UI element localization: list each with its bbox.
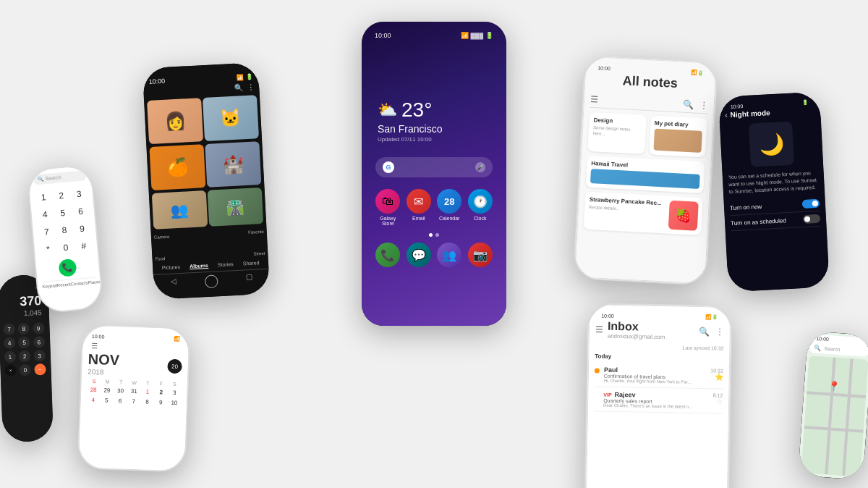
dial-key-9[interactable]: 9 bbox=[74, 221, 90, 237]
dial-tab-recent[interactable]: Recent bbox=[57, 282, 71, 288]
notes-menu-icon[interactable]: ☰ bbox=[590, 94, 599, 105]
dial-key-5[interactable]: 5 bbox=[55, 205, 71, 221]
gallery-cell-cat[interactable]: 🐱 bbox=[203, 95, 259, 141]
cal-day-4[interactable]: 4 bbox=[87, 395, 100, 405]
cal-day-28[interactable]: 28 bbox=[87, 385, 100, 395]
gallery-recent-icon[interactable]: ▢ bbox=[245, 273, 252, 286]
note-card-strawberry[interactable]: Strawberry Pancake Rec... Recipe details… bbox=[584, 192, 703, 235]
calc-btn-div[interactable]: ÷ bbox=[34, 363, 46, 376]
cal-day-9[interactable]: 9 bbox=[154, 397, 167, 408]
gallery-search-icon[interactable]: 🔍 bbox=[234, 83, 244, 92]
gallery-tab-stories[interactable]: Stories bbox=[218, 261, 234, 268]
calc-btn-4[interactable]: 4 bbox=[4, 337, 16, 349]
email-star-paul[interactable]: ⭐ bbox=[710, 373, 723, 381]
app-social[interactable]: 👥 bbox=[437, 243, 462, 267]
cal-day-8[interactable]: 8 bbox=[140, 397, 153, 407]
calc-btn-5[interactable]: 5 bbox=[18, 337, 30, 349]
gallery-more-icon[interactable]: ⋮ bbox=[247, 83, 255, 91]
notes-search-icon[interactable]: 🔍 bbox=[682, 99, 694, 110]
calc-btn-8[interactable]: 8 bbox=[18, 323, 30, 335]
dial-key-4[interactable]: 4 bbox=[37, 206, 53, 222]
dial-tab-contacts[interactable]: Contacts bbox=[71, 281, 88, 287]
gallery-tab-albums[interactable]: Albums bbox=[190, 263, 208, 269]
note-title-design: Design bbox=[593, 117, 642, 125]
calc-btn-1[interactable]: 1 bbox=[4, 350, 17, 363]
calendar-time: 10:00 bbox=[92, 333, 105, 339]
gallery-home-icon[interactable] bbox=[204, 274, 218, 288]
dial-key-6[interactable]: 6 bbox=[72, 203, 88, 219]
email-time: 10:00 bbox=[601, 313, 614, 318]
app-messages[interactable]: 💬 bbox=[407, 243, 432, 267]
calc-btn-9[interactable]: 9 bbox=[33, 322, 45, 335]
dial-search[interactable]: 🔍 Search bbox=[33, 170, 87, 185]
dial-key-hash[interactable]: # bbox=[75, 238, 91, 254]
gallery-cell-castle[interactable]: 🏰 bbox=[205, 141, 261, 188]
cal-day-1[interactable]: 1 bbox=[141, 387, 154, 397]
cal-day-5[interactable]: 5 bbox=[100, 395, 113, 405]
toggle-turn-on-now[interactable] bbox=[802, 199, 820, 209]
app-grid-row1: 🛍 Galaxy Store ✉ Email 28 Calendar 🕐 Clo… bbox=[375, 189, 493, 226]
gallery-cell-road[interactable]: 🛣️ bbox=[208, 188, 264, 227]
dial-key-star[interactable]: * bbox=[40, 241, 56, 257]
galaxy-store-icon: 🛍 bbox=[375, 189, 400, 214]
email-star-rajeev[interactable]: ☆ bbox=[712, 397, 723, 405]
galaxy-store-label: Galaxy Store bbox=[375, 216, 401, 226]
weather-city: San Francisco bbox=[378, 123, 490, 135]
note-card-design[interactable]: Design Some design notes here... bbox=[587, 112, 646, 154]
dial-key-2[interactable]: 2 bbox=[54, 188, 69, 203]
cal-day-10[interactable]: 10 bbox=[168, 398, 181, 408]
search-bar[interactable]: G 🎤 bbox=[375, 157, 493, 177]
gallery-cell-portrait[interactable]: 👩 bbox=[147, 98, 203, 144]
dial-tab-keypad[interactable]: Keypad bbox=[42, 283, 57, 289]
dial-key-8[interactable]: 8 bbox=[56, 222, 72, 238]
dial-key-0[interactable]: 0 bbox=[58, 240, 74, 256]
email-more-icon[interactable]: ⋮ bbox=[715, 327, 724, 337]
phone-dial: 🔍 Search 1 2 3 4 5 6 7 8 9 * 0 # 📞 Keypa… bbox=[26, 164, 103, 314]
night-mode-title: Night mode bbox=[730, 109, 770, 119]
calc-btn-2[interactable]: 2 bbox=[19, 350, 31, 363]
app-camera[interactable]: 📷 bbox=[468, 243, 493, 267]
email-menu-icon[interactable]: ☰ bbox=[595, 324, 603, 335]
calendar-menu-icon[interactable]: ☰ bbox=[91, 342, 98, 350]
email-search-icon[interactable]: 🔍 bbox=[699, 326, 710, 336]
calc-btn-6[interactable]: 6 bbox=[33, 336, 46, 348]
cal-day-7[interactable]: 7 bbox=[127, 397, 140, 407]
calc-btn-7[interactable]: 7 bbox=[3, 323, 15, 335]
app-email[interactable]: ✉ Email bbox=[407, 189, 432, 226]
gallery-tab-pictures[interactable]: Pictures bbox=[162, 264, 181, 271]
dial-tab-places[interactable]: Places bbox=[88, 279, 101, 285]
cal-day-header-s2: S bbox=[168, 382, 182, 387]
gallery-back-icon[interactable]: ◁ bbox=[170, 277, 176, 290]
app-calendar[interactable]: 28 Calendar bbox=[437, 189, 462, 226]
cal-day-29[interactable]: 29 bbox=[101, 385, 114, 395]
note-card-hawaii[interactable]: Hawaii Travel bbox=[586, 156, 705, 193]
calc-btn-3[interactable]: 3 bbox=[33, 350, 46, 362]
night-back-icon[interactable]: ‹ bbox=[725, 111, 728, 119]
gallery-label-street: Street bbox=[253, 251, 265, 256]
gallery-battery-icon: 🔋 bbox=[245, 73, 252, 80]
calc-btn-mult[interactable]: × bbox=[4, 364, 17, 376]
email-item-rajeev[interactable]: VIP Rajeev Quarterly sales report Dear C… bbox=[594, 387, 723, 413]
notes-more-icon[interactable]: ⋮ bbox=[699, 100, 708, 111]
dial-call-button[interactable]: 📞 bbox=[58, 258, 77, 277]
camera-icon: 📷 bbox=[468, 243, 493, 267]
cal-day-31[interactable]: 31 bbox=[127, 387, 140, 397]
cal-day-6[interactable]: 6 bbox=[114, 396, 127, 406]
dial-key-1[interactable]: 1 bbox=[35, 190, 51, 206]
cal-day-3[interactable]: 3 bbox=[168, 388, 181, 398]
cal-day-2[interactable]: 2 bbox=[155, 387, 168, 397]
toggle-turn-on-scheduled[interactable] bbox=[803, 214, 821, 224]
cal-day-30[interactable]: 30 bbox=[114, 386, 127, 396]
calc-btn-0[interactable]: 0 bbox=[20, 364, 32, 376]
gallery-cell-oranges[interactable]: 🍊 bbox=[149, 144, 205, 190]
dial-key-7[interactable]: 7 bbox=[38, 224, 54, 240]
app-phone[interactable]: 📞 bbox=[375, 243, 401, 267]
gallery-tab-shared[interactable]: Shared bbox=[243, 260, 260, 266]
app-galaxy-store[interactable]: 🛍 Galaxy Store bbox=[375, 189, 401, 226]
gallery-cell-group[interactable]: 👥 bbox=[152, 190, 208, 230]
note-card-pet[interactable]: My pet diary bbox=[649, 115, 707, 157]
app-clock[interactable]: 🕐 Clock bbox=[468, 189, 493, 226]
night-battery-icon: 🔋 bbox=[801, 99, 808, 105]
email-item-paul[interactable]: Paul Confirmation of travel plans Hi, Ch… bbox=[595, 362, 724, 389]
dial-key-3[interactable]: 3 bbox=[71, 186, 87, 202]
